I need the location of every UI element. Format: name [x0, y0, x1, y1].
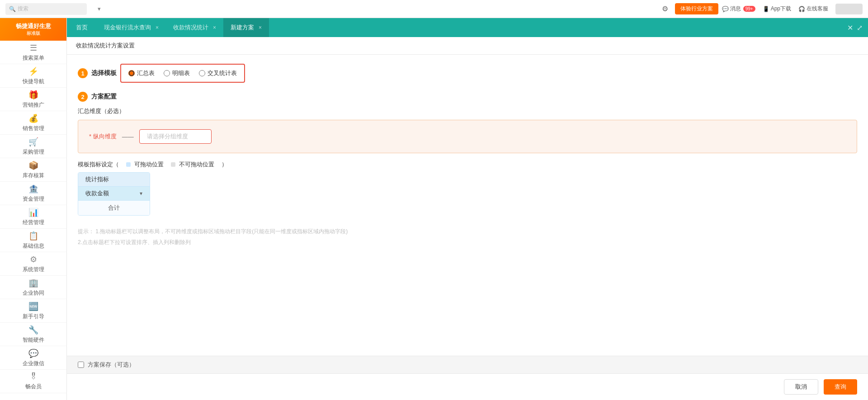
top-bar-right: 💬 消息 99+ 📱 App下载 🎧 在线客服: [722, 4, 863, 14]
tab-new-plan-label: 新建方案: [231, 24, 254, 32]
headset-icon: 🎧: [798, 6, 805, 12]
content-area: 首页 现金银行流水查询 × 收款情况统计 × 新建方案 × ✕ ⤢ 收款情况统计…: [67, 18, 868, 400]
step2-num: 2: [78, 92, 88, 102]
config-section: 2 方案配置 汇总维度（必选） * 纵向维度 —— 请选择分组维度: [78, 92, 857, 248]
indicator-config: 模板指标设定（ 可拖动位置 不可拖动位置 ）: [78, 160, 857, 217]
messages-badge: 99+: [743, 6, 755, 12]
sidebar-item-smart-hw[interactable]: 🔧智能硬件: [0, 323, 66, 346]
indicator-legend-fixed: 不可拖动位置: [171, 160, 214, 169]
logo-sub: 标准版: [16, 30, 51, 37]
save-checkbox[interactable]: [78, 362, 84, 368]
bottom-save: 方案保存（可选）: [67, 356, 868, 373]
message-icon: 💬: [722, 6, 729, 12]
sidebar-item-purchase[interactable]: 🛒采购管理: [0, 135, 66, 158]
corp-icon: 🏢: [28, 278, 38, 288]
logo-text: 畅捷通好生意: [16, 22, 51, 30]
indicator-label: 模板指标设定（: [78, 160, 119, 169]
sidebar-item-wechat[interactable]: 💬企业微信: [0, 346, 66, 370]
vertical-label: * 纵向维度: [89, 132, 117, 141]
sidebar-item-inventory[interactable]: 📦库存核算: [0, 158, 66, 182]
service-button[interactable]: 🎧 在线客服: [798, 5, 828, 13]
dimension-dropdown[interactable]: 请选择分组维度: [139, 129, 212, 144]
sidebar-item-corp[interactable]: 🏢企业协同: [0, 276, 66, 299]
user-avatar[interactable]: [835, 4, 863, 14]
radio-summary[interactable]: 汇总表: [128, 69, 155, 77]
step1-title: 选择模板: [91, 69, 117, 77]
quick-nav-icon: ⚡: [28, 66, 38, 76]
sidebar-item-quick-nav[interactable]: ⚡快捷导航: [0, 64, 66, 88]
tab-home[interactable]: 首页: [67, 24, 97, 32]
sidebar-item-guide[interactable]: 🆕新手引导: [0, 299, 66, 323]
search-icon: 🔍: [9, 6, 16, 12]
step1-num: 1: [78, 68, 88, 78]
sidebar-item-basic-info[interactable]: 📋基础信息: [0, 229, 66, 252]
dimension-box: * 纵向维度 —— 请选择分组维度: [78, 120, 857, 153]
messages-label: 消息: [730, 5, 741, 13]
messages-button[interactable]: 💬 消息 99+: [722, 5, 755, 13]
radio-detail-label: 明细表: [172, 69, 190, 77]
stats-row1: 合计: [78, 201, 150, 215]
search-bar[interactable]: 🔍 搜索: [5, 3, 87, 15]
expand-icon[interactable]: ⤢: [857, 24, 863, 32]
smart-hw-icon: 🔧: [28, 325, 38, 335]
radio-summary-input[interactable]: [128, 70, 135, 76]
template-section: 汇总表 明细表 交叉统计表: [120, 64, 245, 83]
query-button[interactable]: 查询: [824, 379, 857, 395]
sidebar-item-marketing[interactable]: 🎁营销推广: [0, 88, 66, 111]
indicator-config-title: 模板指标设定（ 可拖动位置 不可拖动位置 ）: [78, 160, 857, 169]
breadcrumb: 收款情况统计方案设置: [67, 37, 868, 55]
close-icon[interactable]: ✕: [847, 24, 853, 32]
sidebar-item-sales[interactable]: 💰销售管理: [0, 111, 66, 135]
inventory-icon: 📦: [28, 160, 38, 170]
step2-title: 方案配置: [91, 93, 117, 101]
stats-label: 统计指标: [85, 175, 109, 184]
cancel-button[interactable]: 取消: [784, 379, 818, 395]
main-layout: 畅捷通好生意 标准版 ☰搜索菜单⚡快捷导航🎁营销推广💰销售管理🛒采购管理📦库存核…: [0, 18, 868, 400]
tab-bank-flow-close[interactable]: ×: [156, 24, 159, 31]
sidebar-item-member[interactable]: 🎖畅会员: [0, 370, 66, 393]
radio-detail-input[interactable]: [164, 70, 170, 76]
indicator-legend: 可拖动位置: [126, 160, 164, 169]
sidebar-item-capital[interactable]: 🏦资金管理: [0, 182, 66, 205]
sidebar-item-operation[interactable]: 📊经营管理: [0, 205, 66, 229]
stats-table: 统计指标 收款金额 ▾ 合计: [78, 172, 150, 216]
footer-bar: 取消 查询: [67, 373, 868, 400]
tab-bank-flow-label: 现金银行流水查询: [104, 24, 151, 32]
draggable-dot: [126, 162, 131, 167]
form-area: 1 选择模板 汇总表 明细表 交叉统计表: [67, 55, 868, 356]
tips-area: 提示： 1.拖动标题栏可以调整布局，不可跨维度或指标区域拖动栏目字段(只能在同一…: [78, 226, 857, 248]
operation-icon: 📊: [28, 207, 38, 217]
stats-table-header: 统计指标: [78, 173, 150, 187]
tab-collection-stats-close[interactable]: ×: [213, 24, 216, 31]
trial-button[interactable]: 体验行业方案: [675, 3, 718, 14]
wechat-icon: 💬: [28, 348, 38, 358]
save-label: 方案保存（可选）: [88, 361, 135, 369]
stats-col-dropdown[interactable]: ▾: [140, 190, 142, 197]
gear-button[interactable]: ⚙: [659, 3, 671, 15]
sidebar: 畅捷通好生意 标准版 ☰搜索菜单⚡快捷导航🎁营销推广💰销售管理🛒采购管理📦库存核…: [0, 18, 67, 400]
tip-1: 提示： 1.拖动标题栏可以调整布局，不可跨维度或指标区域拖动栏目字段(只能在同一…: [78, 226, 857, 237]
radio-detail[interactable]: 明细表: [164, 69, 190, 77]
sales-icon: 💰: [28, 113, 38, 123]
download-button[interactable]: 📱 App下载: [763, 5, 791, 13]
search-menu-icon: ☰: [30, 43, 37, 53]
tab-bank-flow[interactable]: 现金银行流水查询 ×: [97, 18, 166, 37]
radio-cross-input[interactable]: [199, 70, 205, 76]
top-bar: 🔍 搜索 ▾ ⚙ 体验行业方案 💬 消息 99+ 📱 App下载 🎧 在线客服: [0, 0, 868, 18]
sidebar-item-system[interactable]: ⚙系统管理: [0, 252, 66, 276]
tab-collection-stats[interactable]: 收款情况统计 ×: [166, 18, 223, 37]
indicator-close: ）: [222, 160, 227, 169]
stats-col-header: 收款金额 ▾: [78, 187, 150, 201]
dimension-label: 汇总维度（必选）: [78, 107, 857, 115]
tab-new-plan[interactable]: 新建方案 ×: [223, 18, 269, 37]
tab-new-plan-close[interactable]: ×: [259, 24, 262, 31]
tab-bar: 首页 现金银行流水查询 × 收款情况统计 × 新建方案 × ✕ ⤢: [67, 18, 868, 37]
chevron-down-icon[interactable]: ▾: [98, 5, 101, 12]
service-label: 在线客服: [807, 5, 828, 13]
fixed-label: 不可拖动位置: [179, 160, 214, 169]
sidebar-logo: 畅捷通好生意 标准版: [0, 18, 66, 41]
radio-cross[interactable]: 交叉统计表: [199, 69, 237, 77]
search-placeholder: 搜索: [18, 5, 28, 13]
radio-cross-label: 交叉统计表: [208, 69, 237, 77]
sidebar-item-search-menu[interactable]: ☰搜索菜单: [0, 41, 66, 64]
